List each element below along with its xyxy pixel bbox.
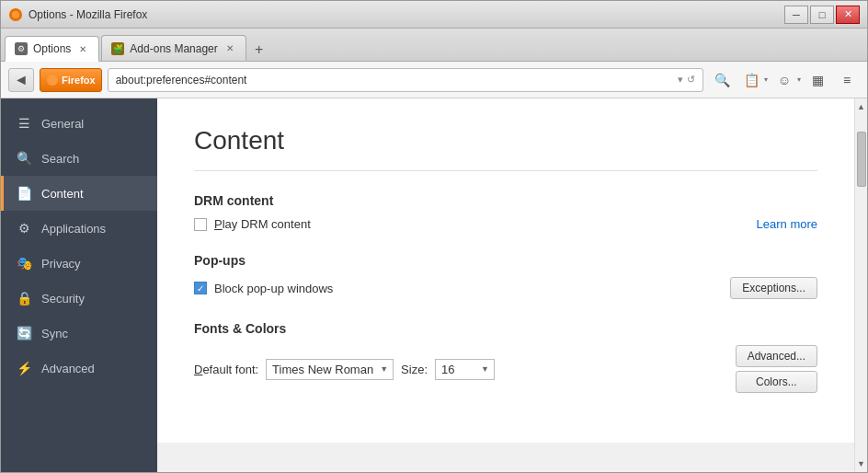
smiley-dropdown[interactable]: ☺ ▾ <box>771 68 801 92</box>
fonts-section: Fonts & Colors Default font: Times New R… <box>194 321 817 393</box>
firefox-btn-label: Firefox <box>62 75 96 86</box>
sidebar-item-content-label: Content <box>41 187 84 201</box>
sync-icon: 🔄 <box>16 325 32 341</box>
sidebar-item-search-label: Search <box>41 152 79 166</box>
menu-icon[interactable]: ≡ <box>834 68 860 92</box>
smiley-icon[interactable]: ☺ <box>771 68 797 92</box>
maximize-button[interactable]: □ <box>810 6 834 24</box>
url-refresh-icon[interactable]: ↺ <box>687 74 695 86</box>
clipboard-dropdown-arrow: ▾ <box>764 75 768 84</box>
popups-row: ✓ Block pop-up windows Exceptions... <box>194 277 817 299</box>
grid-icon[interactable]: ▦ <box>805 68 830 92</box>
tab-addons-label: Add-ons Manager <box>130 42 217 55</box>
applications-icon: ⚙ <box>16 220 32 236</box>
colors-button[interactable]: Colors... <box>736 371 817 393</box>
title-bar: Options - Mozilla Firefox ─ □ ✕ <box>1 1 867 29</box>
sidebar-item-search[interactable]: 🔍 Search <box>1 141 157 176</box>
scrollbar-up-arrow[interactable]: ▲ <box>855 100 868 113</box>
popups-checkbox-label: Block pop-up windows <box>214 282 333 295</box>
general-icon: ☰ <box>16 115 32 132</box>
drm-section: DRM content Play DRM content Learn more <box>194 193 817 231</box>
size-select-wrapper[interactable]: 16 12 14 18 20 <box>435 359 495 380</box>
content-icon: 📄 <box>16 185 32 202</box>
tab-addons-icon: 🧩 <box>111 42 124 55</box>
tab-addons[interactable]: 🧩 Add-ons Manager ✕ <box>101 35 246 61</box>
clipboard-dropdown[interactable]: 📋 ▾ <box>738 68 768 92</box>
tab-options[interactable]: ⚙ Options ✕ <box>5 36 99 62</box>
sidebar-item-security-label: Security <box>41 292 85 306</box>
title-bar-left: Options - Mozilla Firefox <box>8 7 147 22</box>
page-title: Content <box>194 126 817 156</box>
back-button[interactable]: ◄ <box>8 68 34 92</box>
default-font-label: Default font: <box>194 363 258 376</box>
advanced-icon: ⚡ <box>16 360 32 376</box>
content-panel: Content DRM content Play DRM content Lea… <box>157 98 854 443</box>
size-select[interactable]: 16 12 14 18 20 <box>435 359 495 380</box>
url-bar[interactable]: about:preferences#content ▾ ↺ <box>108 68 703 92</box>
advanced-button[interactable]: Advanced... <box>736 345 817 367</box>
scrollbar-down-arrow[interactable]: ▼ <box>855 457 868 470</box>
privacy-icon: 🎭 <box>16 255 32 271</box>
search-nav-icon: 🔍 <box>16 150 32 167</box>
fonts-heading: Fonts & Colors <box>194 321 817 336</box>
drm-heading: DRM content <box>194 193 817 208</box>
drm-checkbox-left: Play DRM content <box>194 217 311 231</box>
sidebar-item-privacy[interactable]: 🎭 Privacy <box>1 246 157 281</box>
clipboard-icon[interactable]: 📋 <box>738 68 764 92</box>
tab-addons-close[interactable]: ✕ <box>223 42 236 55</box>
sidebar-item-privacy-label: Privacy <box>41 257 81 271</box>
fonts-line: Default font: Times New Roman Arial Geor… <box>194 345 817 393</box>
svg-point-2 <box>47 75 58 86</box>
sidebar-item-general[interactable]: ☰ General <box>1 106 157 141</box>
font-select-wrapper[interactable]: Times New Roman Arial Georgia <box>266 359 394 380</box>
sidebar-item-content[interactable]: 📄 Content <box>1 176 157 211</box>
sidebar-item-general-label: General <box>41 117 84 131</box>
font-select[interactable]: Times New Roman Arial Georgia <box>266 359 394 380</box>
svg-point-1 <box>12 11 19 18</box>
drm-row: Play DRM content Learn more <box>194 217 817 231</box>
drm-checkbox[interactable] <box>194 218 207 231</box>
title-divider <box>194 170 817 171</box>
tab-bar: ⚙ Options ✕ 🧩 Add-ons Manager ✕ + <box>1 29 867 62</box>
sidebar-item-security[interactable]: 🔒 Security <box>1 281 157 316</box>
scrollbar[interactable]: ▲ ▼ <box>854 98 867 472</box>
window-controls: ─ □ ✕ <box>784 6 860 24</box>
sidebar-item-sync[interactable]: 🔄 Sync <box>1 316 157 351</box>
new-tab-button[interactable]: + <box>248 39 270 61</box>
toolbar-icons: 🔍 📋 ▾ ☺ ▾ ▦ ≡ <box>709 68 860 92</box>
sidebar-item-applications-label: Applications <box>41 222 106 236</box>
address-bar: ◄ Firefox about:preferences#content ▾ ↺ … <box>1 62 867 98</box>
smiley-dropdown-arrow: ▾ <box>797 75 801 84</box>
url-bar-inner: about:preferences#content ▾ ↺ <box>116 74 695 87</box>
sidebar-item-applications[interactable]: ⚙ Applications <box>1 211 157 246</box>
sidebar: ☰ General 🔍 Search 📄 Content ⚙ Applicati… <box>1 98 157 472</box>
sidebar-item-advanced[interactable]: ⚡ Advanced <box>1 351 157 386</box>
popups-checkbox[interactable]: ✓ <box>194 282 207 294</box>
main-area: ☰ General 🔍 Search 📄 Content ⚙ Applicati… <box>1 98 867 472</box>
size-label: Size: <box>401 363 428 376</box>
window-title: Options - Mozilla Firefox <box>29 8 147 21</box>
tab-options-label: Options <box>33 42 71 55</box>
close-button[interactable]: ✕ <box>836 6 860 24</box>
security-icon: 🔒 <box>16 290 32 306</box>
browser-window: Options - Mozilla Firefox ─ □ ✕ ⚙ Option… <box>0 0 868 473</box>
sidebar-item-advanced-label: Advanced <box>41 362 95 375</box>
search-icon[interactable]: 🔍 <box>709 68 735 92</box>
popups-section: Pop-ups ✓ Block pop-up windows Exception… <box>194 253 817 299</box>
drm-checkbox-label: Play DRM content <box>214 217 311 231</box>
popups-heading: Pop-ups <box>194 253 817 268</box>
exceptions-button[interactable]: Exceptions... <box>730 277 817 299</box>
popups-checkbox-left: ✓ Block pop-up windows <box>194 282 333 295</box>
firefox-icon <box>8 7 23 22</box>
scrollbar-thumb[interactable] <box>857 132 866 187</box>
content-area: Content DRM content Play DRM content Lea… <box>157 98 854 472</box>
content-scroll: Content DRM content Play DRM content Lea… <box>157 98 867 472</box>
firefox-button[interactable]: Firefox <box>40 68 102 92</box>
minimize-button[interactable]: ─ <box>784 6 808 24</box>
tab-options-close[interactable]: ✕ <box>76 42 89 55</box>
url-dropdown-icon: ▾ <box>678 74 683 86</box>
learn-more-link[interactable]: Learn more <box>757 217 817 231</box>
fonts-area: Default font: Times New Roman Arial Geor… <box>194 345 817 393</box>
tab-options-icon: ⚙ <box>15 42 28 55</box>
url-text: about:preferences#content <box>116 74 674 87</box>
